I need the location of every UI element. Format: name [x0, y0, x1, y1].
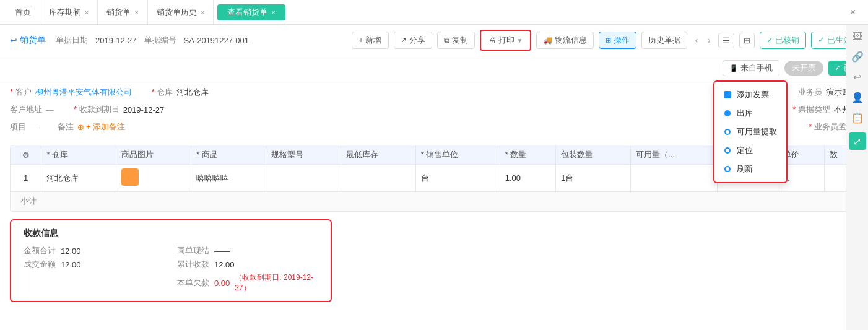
copy-button[interactable]: ⧉ 复制: [437, 32, 475, 49]
refresh-icon: [723, 165, 732, 173]
not-open-button[interactable]: 未开票: [784, 61, 823, 76]
subtotal-label: 小计: [11, 192, 857, 211]
cell-qty: 1.00: [500, 165, 556, 192]
available-icon: [723, 128, 732, 136]
locate-icon: [723, 146, 732, 155]
receipt-grid: 金额合计 12.00 同单现结 —— 成交金额 12.00 累计收款 12.00: [24, 245, 318, 293]
date-value: 2019-12-27: [95, 36, 137, 45]
receipt-title: 收款信息: [24, 228, 318, 239]
note-label: 备注: [58, 121, 74, 132]
dropdown-locate[interactable]: 定位: [714, 141, 786, 160]
col-min-stock: 最低库存: [341, 145, 415, 165]
dropdown-add-invoice[interactable]: 添加发票: [714, 85, 786, 104]
deal-value: 12.00: [61, 260, 81, 269]
phone-button[interactable]: 📱 来自手机: [723, 60, 779, 76]
address-field: 客户地址 —: [10, 104, 54, 115]
receipt-total-row: 金额合计 12.00: [24, 245, 165, 256]
dropdown-available[interactable]: 可用量提取: [714, 123, 786, 141]
col-qty: * 数量: [500, 145, 556, 165]
new-button[interactable]: + 新增: [352, 32, 388, 49]
receipt-same-order-row: 同单现结 ——: [177, 245, 318, 256]
dropdown-out-stock[interactable]: 出库: [714, 104, 786, 123]
window-close[interactable]: ×: [844, 7, 862, 18]
col-img: 商品图片: [116, 145, 191, 165]
employee-label: 业务员: [798, 87, 822, 98]
customer-field: 客户 柳州粤港平安气体有限公司: [10, 87, 132, 98]
col-unit: * 销售单位: [415, 145, 500, 165]
sidebar-return-icon[interactable]: ↩: [853, 71, 861, 83]
close-tab-inventory[interactable]: ×: [85, 9, 89, 16]
col-gear[interactable]: ⚙: [11, 145, 41, 165]
address-value: —: [46, 105, 54, 115]
col-available: 可用量（...: [631, 145, 718, 165]
customer-label: 客户: [10, 87, 32, 98]
operate-dropdown: 添加发票 出库 可用量提取 定位: [713, 80, 788, 183]
sidebar-img-icon[interactable]: 🖼: [853, 31, 862, 42]
address-label: 客户地址: [10, 104, 42, 115]
customer-value[interactable]: 柳州粤港平安气体有限公司: [35, 87, 132, 98]
payment-date-field: 收款到期日 2019-12-27: [74, 104, 164, 115]
sidebar-expand-icon[interactable]: ⤢: [849, 132, 866, 150]
doc-header: ↩ 销货单 单据日期 2019-12-27 单据编号 SA-20191227-0…: [0, 25, 868, 56]
ticket-label: 票据类型: [792, 104, 830, 115]
owed-value: 0.00: [214, 279, 230, 288]
cumulative-label: 累计收款: [177, 259, 209, 270]
cell-no: 1: [11, 165, 41, 192]
out-stock-icon: [723, 109, 732, 118]
receipt-deal-row: 成交金额 12.00: [24, 259, 165, 270]
cell-pkg: 1台: [556, 165, 631, 192]
date-label: 单据日期: [56, 35, 88, 46]
close-tab-view-sales[interactable]: ×: [271, 9, 275, 16]
close-tab-sales-history[interactable]: ×: [201, 9, 204, 16]
tab-view-sales[interactable]: 查看销货单 ×: [217, 4, 285, 20]
add-note-button[interactable]: ⊕ + 添加备注: [77, 121, 125, 132]
cell-available: [631, 165, 718, 192]
sidebar-doc-icon[interactable]: 📋: [851, 112, 864, 124]
doc-actions: + 新增 ↗ 分享 ⧉ 复制 🖨 打印 ▼: [352, 30, 858, 51]
project-label: 项目: [10, 121, 26, 132]
tab-sales-history[interactable]: 销货单历史 ×: [148, 0, 214, 24]
total-label: 金额合计: [24, 245, 56, 256]
dropdown-refresh[interactable]: 刷新: [714, 160, 786, 178]
print-highlight-box: 🖨 打印 ▼: [480, 30, 532, 51]
operate-button[interactable]: ⊞ 操作: [599, 32, 636, 49]
receipt-owed-row: 本单欠款 0.00 （收款到期日: 2019-12-27）: [177, 272, 318, 293]
share-button[interactable]: ↗ 分享: [394, 32, 432, 49]
sidebar-user-icon[interactable]: 👤: [851, 92, 864, 103]
sold-button[interactable]: ✓ 已核销: [760, 32, 807, 49]
add-invoice-icon: [723, 90, 732, 99]
warehouse-label: 仓库: [152, 87, 173, 98]
cell-unit: 台: [415, 165, 500, 192]
cell-product: 嘻嘻嘻嘻: [191, 165, 266, 192]
sidebar-link-icon[interactable]: 🔗: [851, 51, 864, 63]
warehouse-field: 仓库 河北仓库: [152, 87, 209, 98]
col-product: * 商品: [191, 145, 266, 165]
logistics-button[interactable]: 🚚 物流信息: [536, 32, 594, 49]
close-tab-sales[interactable]: ×: [134, 9, 138, 16]
cumulative-value: 12.00: [214, 260, 235, 269]
right-sidebar: 🖼 🔗 ↩ 👤 📋 ⤢: [846, 25, 868, 330]
deal-label: 成交金额: [24, 259, 56, 270]
sub-actions: 📱 来自手机 未开票 ✓ 已: [0, 56, 868, 80]
next-doc[interactable]: ›: [705, 35, 713, 45]
tab-inventory[interactable]: 库存期初 ×: [40, 0, 98, 24]
number-value: SA-20191227-001: [184, 36, 250, 45]
cell-warehouse: 河北仓库: [41, 165, 116, 192]
cell-img: [116, 165, 191, 192]
project-value: —: [30, 123, 38, 132]
tab-sales[interactable]: 销货单 ×: [98, 0, 147, 24]
note-field: 备注 ⊕ + 添加备注: [58, 121, 125, 132]
grid-view-button[interactable]: ⊞: [739, 33, 755, 48]
print-button[interactable]: 🖨 打印 ▼: [482, 32, 529, 48]
col-warehouse: * 仓库: [41, 145, 116, 165]
total-value: 12.00: [61, 246, 81, 256]
tab-home[interactable]: 首页: [6, 0, 40, 24]
owed-note: （收款到期日: 2019-12-27）: [235, 272, 318, 293]
prev-doc[interactable]: ‹: [692, 35, 700, 45]
sales-emp-label: 业务员孟: [809, 121, 846, 132]
number-label: 单据编号: [144, 35, 176, 46]
same-order-label: 同单现结: [177, 245, 209, 256]
history-button[interactable]: 历史单据: [641, 32, 687, 49]
subtotal-row: 小计: [11, 192, 857, 211]
list-view-button[interactable]: ☰: [718, 33, 734, 48]
